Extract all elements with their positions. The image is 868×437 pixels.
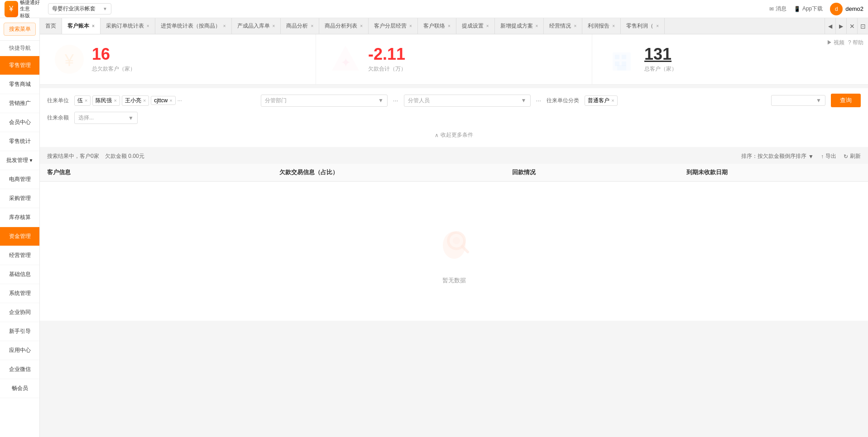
col-header-repayment: 回款情况 [512,168,686,176]
tab-prev-btn[interactable]: ◀ [825,18,835,34]
sort-label: 排序：按欠款金额倒序排序 [741,152,806,160]
tab-close-customer-contact[interactable]: × [448,24,451,28]
video-help-btn[interactable]: ▶ 视频 [827,39,844,47]
sort-select[interactable]: 排序：按欠款金额倒序排序 ▼ [741,152,814,160]
tab-business-status[interactable]: 经营情况 × [544,18,582,34]
filter-area: 往来单位 伍 × 陈民强 × 王小亮 × [40,88,868,147]
tab-customer-layered[interactable]: 客户分层经营 × [369,18,418,34]
sidebar-item-wholesale[interactable]: 批发管理 ▼ [0,151,39,170]
tab-close-all-btn[interactable]: ✕ [846,18,857,34]
tab-expand-btn[interactable]: ⊡ [857,18,868,34]
phone-icon: 📱 [794,6,801,12]
refresh-btn[interactable]: ↻ 刷新 [844,152,861,160]
category-select[interactable]: ▼ [771,95,825,106]
quick-nav-btn[interactable]: 快捷导航 [0,41,39,56]
filter-tag-cjttcw: cjttcw × [151,96,175,105]
remove-tag-wu[interactable]: × [85,98,87,103]
remove-tag-wang[interactable]: × [143,98,146,103]
top-bar-right: ✉ 消息 📱 App下载 d demo2 [769,3,863,15]
amount-filter[interactable]: 选择... ▼ [74,112,138,124]
sidebar-item-basic-info[interactable]: 基础信息 [0,265,39,284]
tab-close-business[interactable]: × [574,24,576,28]
tab-close-customer-ledger[interactable]: × [92,24,95,28]
tab-product-analysis[interactable]: 商品分析 × [281,18,319,34]
tab-close-profit[interactable]: × [612,24,615,28]
tab-close-goods-inbound[interactable]: × [223,24,226,28]
tab-purchase-order-stats[interactable]: 采购订单统计表 × [101,18,155,34]
sidebar-item-system[interactable]: 系统管理 [0,284,39,303]
tab-new-commission[interactable]: 新增提成方案 × [495,18,544,34]
sort-arrow-icon: ▼ [808,153,814,160]
tab-goods-inbound-stats[interactable]: 进货单统计表（按商品） × [155,18,232,34]
tab-arrows: ◀ ▶ ✕ ⊡ [825,18,868,34]
remove-tag-category[interactable]: × [611,98,614,103]
tab-next-btn[interactable]: ▶ [835,18,846,34]
user-area[interactable]: d demo2 [830,3,863,15]
tab-close-new-commission[interactable]: × [536,24,538,28]
sidebar-search: 搜索菜单 [0,18,39,41]
empty-text: 暂无数据 [442,276,466,285]
sidebar-item-enterprise-wechat[interactable]: 企业微信 [0,360,39,379]
debt-icon: ✦ [330,43,361,75]
remove-tag-chen[interactable]: × [114,98,116,103]
tab-close-retail-profit[interactable]: × [656,24,659,28]
sidebar-item-ecommerce[interactable]: 电商管理 [0,170,39,189]
store-selector[interactable]: 母婴行业演示帐套 ▼ [48,3,111,14]
person-filter[interactable]: 分管人员 ▼ [404,95,531,107]
sidebar-item-app-center[interactable]: 应用中心 [0,341,39,360]
tab-commission-settings[interactable]: 提成设置 × [456,18,495,34]
logo-area: ¥ 畅捷通好生意 标版 [5,0,44,19]
help-btn[interactable]: ? 帮助 [848,39,863,47]
dept-filter[interactable]: 分管部门 ▼ [261,95,388,107]
tab-close-customer-layered[interactable]: × [409,24,412,28]
empty-illustration [432,218,477,272]
sidebar-item-newbie-guide[interactable]: 新手引导 [0,322,39,341]
category-label: 往来单位分类 [547,97,579,104]
collapse-btn[interactable]: ∧ 收起更多条件 [47,128,861,142]
app-download-btn[interactable]: 📱 App下载 [794,5,823,13]
tab-profit-report[interactable]: 利润报告 × [582,18,621,34]
sidebar-item-enterprise-collab[interactable]: 企业协同 [0,303,39,322]
sidebar-item-purchase[interactable]: 采购管理 [0,189,39,208]
sidebar-item-member-center[interactable]: 会员中心 [0,113,39,132]
filter-tag-category: 普通客户 × [585,95,617,106]
tab-close-product-analysis[interactable]: × [311,24,313,28]
tab-close-commission[interactable]: × [486,24,489,28]
table-container: 客户信息 欠款交易信息（占比） 回款情况 到期未收款日期 [40,164,868,321]
tab-retail-profit[interactable]: 零售利润（ × [621,18,665,34]
query-btn[interactable]: 查询 [831,94,861,107]
sidebar-item-marketing[interactable]: 营销推广 [0,94,39,113]
tab-home[interactable]: 首页 [40,18,62,34]
sidebar-item-chang-member[interactable]: 畅会员 [0,379,39,398]
stat-label-total: 总客户（家） [644,65,677,73]
tab-customer-ledger[interactable]: 客户账本 × [62,18,101,34]
search-menu-btn[interactable]: 搜索菜单 [4,23,36,36]
stat-card-debt: ✦ -2.11 欠款合计（万） [316,34,592,84]
sidebar-item-retail-management[interactable]: 零售管理 [0,56,39,75]
tab-customer-contact[interactable]: 客户联络 × [418,18,456,34]
person-arrow-icon: ▼ [521,97,527,104]
export-btn[interactable]: ↑ 导出 [821,152,836,160]
svg-rect-6 [622,55,626,59]
tab-close-product-analysis-list[interactable]: × [360,24,363,28]
message-btn[interactable]: ✉ 消息 [769,5,786,13]
tab-close-purchase-order[interactable]: × [147,24,149,28]
filter-company-tags: 伍 × 陈民强 × 王小亮 × cjttcw × [74,95,255,106]
help-icon: ? [848,39,851,46]
dept-more-btn[interactable]: ··· [393,97,398,104]
tab-close-production[interactable]: × [273,24,275,28]
sidebar-item-operations[interactable]: 经营管理 [0,246,39,265]
svg-rect-9 [617,65,626,71]
filter-more-tags[interactable]: ··· [177,97,182,104]
tab-production-inbound[interactable]: 产成品入库单 × [232,18,281,34]
col-header-overdue: 到期未收款日期 [686,168,861,176]
person-more-btn[interactable]: ··· [536,97,542,104]
col-header-debt: 欠款交易信息（占比） [279,168,512,176]
remove-tag-cjttcw[interactable]: × [169,98,172,103]
tab-product-analysis-list[interactable]: 商品分析列表 × [319,18,369,34]
sidebar-item-retail-mall[interactable]: 零售商城 [0,75,39,94]
sidebar-item-retail-stats[interactable]: 零售统计 [0,132,39,151]
sidebar-item-inventory[interactable]: 库存核算 [0,208,39,227]
sidebar-item-finance[interactable]: 资金管理 [0,227,39,246]
stat-info-debt: -2.11 欠款合计（万） [368,46,406,73]
